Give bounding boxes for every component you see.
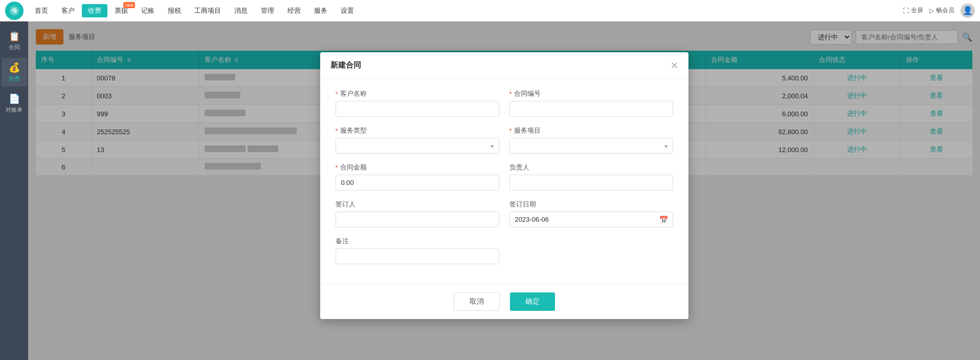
signer-input[interactable] (336, 211, 499, 227)
contract-no-input[interactable] (509, 101, 673, 117)
sidebar-item-statement[interactable]: 📄 对账单 (2, 89, 27, 118)
nav-tax[interactable]: 报税 (162, 4, 187, 17)
modal-footer: 取消 确定 (320, 284, 688, 319)
calendar-icon[interactable]: 📅 (659, 216, 668, 224)
service-type-wrapper (336, 138, 499, 154)
confirm-button[interactable]: 确定 (510, 292, 555, 311)
main-layout: 📋 合同 💰 收费 📄 对账单 新增 服务项目 进行中 已完成 已取消 (0, 22, 980, 360)
form-row-4: 签订人 签订日期 📅 (336, 200, 673, 227)
sidebar: 📋 合同 💰 收费 📄 对账单 (0, 22, 28, 360)
sidebar-label-contract: 合同 (9, 44, 20, 51)
note-label: 备注 (336, 237, 499, 246)
cancel-button[interactable]: 取消 (454, 292, 500, 311)
nav-fee[interactable]: 收费 (82, 4, 107, 17)
member-label: 畅会员 (936, 6, 954, 15)
statement-icon: 📄 (9, 93, 20, 104)
form-group-customer-name: * 客户名称 (336, 89, 499, 117)
service-item-select[interactable] (509, 138, 673, 154)
amount-label: * 合同金额 (336, 163, 499, 172)
user-avatar[interactable]: 👤 (961, 4, 975, 18)
modal-header: 新建合同 ✕ (320, 52, 688, 79)
form-row-2: * 服务类型 * 服务项目 (336, 126, 673, 154)
nav-accounting[interactable]: 记账 (135, 4, 161, 17)
fullscreen-icon: ⛶ (903, 7, 909, 14)
fee-icon: 💰 (9, 62, 20, 73)
form-group-contract-no: * 合同编号 (509, 89, 673, 117)
form-group-responsible: 负责人 (509, 163, 673, 190)
form-group-sign-date: 签订日期 📅 (509, 200, 673, 227)
form-group-empty (509, 237, 673, 264)
form-group-note: 备注 (336, 237, 499, 264)
amount-input[interactable] (336, 175, 499, 190)
app-logo (5, 2, 24, 20)
nav-customer[interactable]: 客户 (55, 4, 81, 17)
nav-home[interactable]: 首页 (29, 4, 54, 17)
modal-close-button[interactable]: ✕ (671, 61, 678, 70)
form-row-3: * 合同金额 负责人 (336, 163, 673, 190)
sign-date-input[interactable] (509, 211, 673, 227)
service-item-label: * 服务项目 (509, 126, 673, 135)
nav-message[interactable]: 消息 (228, 4, 254, 17)
responsible-label: 负责人 (509, 163, 673, 172)
service-type-label: * 服务类型 (336, 126, 499, 135)
fullscreen-button[interactable]: ⛶ 全屏 (903, 6, 923, 15)
content-area: 新增 服务项目 进行中 已完成 已取消 🔍 序号 合同编号 (28, 22, 980, 360)
service-type-select[interactable] (336, 138, 499, 154)
customer-name-input[interactable] (336, 101, 499, 117)
play-icon: ▷ (929, 7, 934, 14)
nav-settings[interactable]: 设置 (335, 4, 360, 17)
new-badge: new (123, 2, 135, 8)
responsible-input[interactable] (509, 175, 673, 190)
sidebar-item-contract[interactable]: 📋 合同 (2, 27, 27, 55)
form-group-signer: 签订人 (336, 200, 499, 227)
form-group-service-item: * 服务项目 (509, 126, 673, 154)
contract-no-label: * 合同编号 (509, 89, 673, 98)
avatar-icon: 👤 (963, 6, 973, 15)
note-input[interactable] (336, 248, 499, 264)
signer-label: 签订人 (336, 200, 499, 209)
nav-service[interactable]: 服务 (308, 4, 333, 17)
form-group-amount: * 合同金额 (336, 163, 499, 190)
sidebar-label-fee: 收费 (9, 75, 20, 82)
form-row-1: * 客户名称 * 合同编号 (336, 89, 673, 117)
customer-name-label: * 客户名称 (336, 89, 499, 98)
service-item-wrapper (509, 138, 673, 154)
svg-point-0 (13, 10, 15, 12)
nav-manage[interactable]: 管理 (255, 4, 280, 17)
modal-overlay: 新建合同 ✕ * 客户名称 (28, 22, 980, 360)
fullscreen-label: 全屏 (911, 6, 923, 15)
member-button[interactable]: ▷ 畅会员 (929, 6, 954, 15)
form-row-5: 备注 (336, 237, 673, 264)
top-navigation: 首页 客户 收费 票据 new 记账 报税 工商项目 消息 管理 经营 服务 设… (0, 0, 980, 22)
sign-date-label: 签订日期 (509, 200, 673, 209)
modal-title: 新建合同 (330, 60, 361, 70)
form-group-service-type: * 服务类型 (336, 126, 499, 154)
nav-operation[interactable]: 经营 (281, 4, 307, 17)
nav-ticket[interactable]: 票据 new (108, 4, 134, 17)
nav-items: 首页 客户 收费 票据 new 记账 报税 工商项目 消息 管理 经营 服务 设… (29, 4, 903, 17)
nav-business[interactable]: 工商项目 (188, 4, 227, 17)
sidebar-label-statement: 对账单 (6, 106, 23, 114)
sidebar-item-fee[interactable]: 💰 收费 (2, 58, 27, 87)
modal-body: * 客户名称 * 合同编号 (320, 79, 688, 284)
new-contract-modal: 新建合同 ✕ * 客户名称 (320, 52, 688, 319)
sign-date-wrapper: 📅 (509, 211, 673, 227)
nav-right: ⛶ 全屏 ▷ 畅会员 👤 (903, 4, 975, 18)
contract-icon: 📋 (9, 31, 20, 42)
